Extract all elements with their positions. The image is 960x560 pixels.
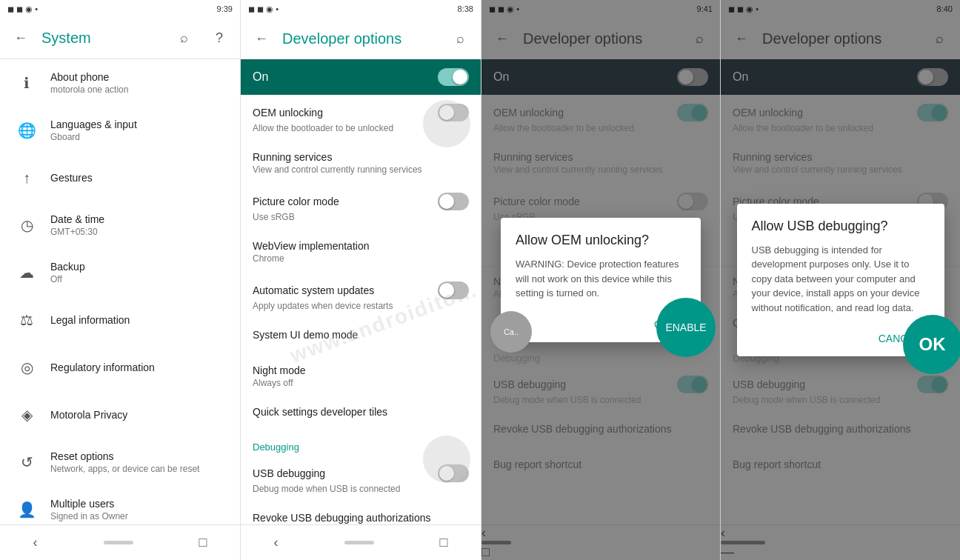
toolbar-1: ← System ⌕ ?	[0, 18, 240, 59]
on-label-2: On	[253, 70, 438, 84]
on-toggle-2[interactable]	[438, 68, 469, 86]
home-indicator-2[interactable]	[344, 541, 374, 544]
page-title-2: Developer options	[282, 30, 439, 47]
languages-icon: 🌐	[12, 116, 41, 145]
status-bar-1: ◼ ◼ ◉ • 9:39	[0, 0, 240, 18]
nav-bar-1: ‹ □	[0, 524, 240, 560]
usb-toggle-2[interactable]	[438, 464, 469, 482]
status-icons-2: ◼ ◼ ◉ •	[248, 4, 279, 14]
menu-item-legal[interactable]: ⚖ Legal information	[0, 296, 240, 344]
back-button-1[interactable]: ←	[6, 24, 36, 53]
languages-label: Languages & input	[50, 119, 137, 130]
toolbar-2: ← Developer options ⌕	[241, 18, 481, 59]
datetime-label: Date & time	[50, 213, 104, 225]
reset-sublabel: Network, apps, or device can be reset	[50, 464, 199, 474]
oem-dialog-body: WARNING: Device protection features will…	[516, 257, 686, 301]
dev-usb-debug[interactable]: USB debugging Debug mode when USB is con…	[241, 456, 481, 503]
panel-oem-dialog: ◼ ◼ ◉ • 9:41 ← Developer options ⌕ On OE…	[481, 0, 721, 560]
menu-item-languages[interactable]: 🌐 Languages & input Gboard	[0, 107, 240, 154]
dev-revoke-usb[interactable]: Revoke USB debugging authorizations	[241, 503, 481, 524]
nav-bar-2: ‹ □	[241, 524, 481, 560]
menu-item-reset[interactable]: ↺ Reset options Network, apps, or device…	[0, 439, 240, 486]
gestures-icon: ↑	[12, 163, 41, 193]
menu-item-backup[interactable]: ☁ Backup Off	[0, 249, 240, 296]
usb-dialog: Allow USB debugging? USB debugging is in…	[737, 204, 944, 357]
about-label: About phone	[50, 71, 128, 83]
privacy-label: Motorola Privacy	[50, 409, 127, 421]
usb-ok-button[interactable]: OK	[903, 315, 961, 374]
regulatory-icon: ◎	[12, 353, 41, 382]
legal-label: Legal information	[50, 314, 130, 326]
oem-dialog-overlay: Allow OEM unlocking? WARNING: Device pro…	[481, 0, 720, 560]
usb-dialog-overlay: Allow USB debugging? USB debugging is in…	[721, 0, 960, 560]
dev-picture-color[interactable]: Picture color mode Use sRGB	[241, 184, 481, 231]
panel-usb-dialog: ◼ ◼ ◉ • 8:40 ← Developer options ⌕ On OE…	[721, 0, 960, 560]
debugging-header-2: Debugging	[241, 433, 481, 456]
status-icons-1: ◼ ◼ ◉ •	[7, 4, 38, 14]
legal-icon: ⚖	[12, 305, 41, 335]
menu-item-about[interactable]: ℹ About phone motorola one action	[0, 59, 240, 107]
dev-webview[interactable]: WebView implementation Chrome	[241, 231, 481, 273]
backup-sublabel: Off	[50, 274, 85, 284]
usb-dialog-title: Allow USB debugging?	[752, 219, 930, 234]
back-nav-2[interactable]: ‹	[274, 535, 279, 550]
dev-running-services[interactable]: Running services View and control curren…	[241, 142, 481, 184]
users-label: Multiple users	[50, 498, 128, 510]
oem-enable-button[interactable]: Enable	[656, 298, 716, 357]
oem-dialog-title: Allow OEM unlocking?	[516, 233, 686, 248]
backup-label: Backup	[50, 261, 85, 273]
reset-icon: ↺	[12, 447, 41, 477]
menu-item-users[interactable]: 👤 Multiple users Signed in as Owner	[0, 486, 240, 524]
dev-auto-updates[interactable]: Automatic system updates Apply updates w…	[241, 273, 481, 320]
about-icon: ℹ	[12, 68, 41, 98]
menu-item-datetime[interactable]: ◷ Date & time GMT+05:30	[0, 201, 240, 249]
page-title-1: System	[41, 30, 163, 47]
oem-dialog: Allow OEM unlocking? WARNING: Device pro…	[501, 218, 701, 342]
datetime-sublabel: GMT+05:30	[50, 227, 104, 237]
datetime-icon: ◷	[12, 210, 41, 240]
menu-item-gestures[interactable]: ↑ Gestures	[0, 154, 240, 201]
regulatory-label: Regulatory information	[50, 361, 155, 373]
usb-dialog-body: USB debugging is intended for developmen…	[752, 243, 930, 316]
about-sublabel: motorola one action	[50, 84, 128, 95]
gestures-label: Gestures	[50, 172, 93, 184]
dev-oem-unlocking[interactable]: OEM unlocking Allow the bootloader to be…	[241, 95, 481, 142]
status-time-2: 8:38	[458, 4, 473, 13]
status-time-1: 9:39	[217, 4, 233, 13]
dev-night-mode[interactable]: Night mode Always off	[241, 356, 481, 397]
dev-qs-tiles[interactable]: Quick settings developer tiles	[241, 397, 481, 433]
dev-ui-demo[interactable]: System UI demo mode	[241, 320, 481, 356]
users-icon: 👤	[12, 495, 41, 524]
panel-system: ◼ ◼ ◉ • 9:39 ← System ⌕ ? ℹ About phone …	[0, 0, 241, 560]
privacy-icon: ◈	[12, 400, 41, 430]
status-bar-2: ◼ ◼ ◉ • 8:38	[241, 0, 481, 18]
backup-icon: ☁	[12, 258, 41, 287]
users-sublabel: Signed in as Owner	[50, 511, 128, 521]
languages-sublabel: Gboard	[50, 132, 137, 142]
search-icon-1[interactable]: ⌕	[169, 24, 199, 53]
help-icon-1[interactable]: ?	[204, 24, 234, 53]
back-nav-1[interactable]: ‹	[33, 535, 38, 550]
reset-label: Reset options	[50, 450, 199, 462]
dev-options-list-2: OEM unlocking Allow the bootloader to be…	[241, 95, 481, 524]
home-indicator-1[interactable]	[104, 541, 133, 544]
back-button-2[interactable]: ←	[247, 24, 276, 53]
oem-toggle-2[interactable]	[438, 104, 469, 121]
oem-cancel-circle[interactable]: Ca..	[490, 311, 532, 353]
color-toggle-2[interactable]	[438, 193, 469, 210]
menu-item-regulatory[interactable]: ◎ Regulatory information	[0, 344, 240, 391]
recents-nav-1[interactable]: □	[199, 535, 207, 550]
auto-update-toggle-2[interactable]	[438, 281, 469, 299]
panel-developer: ◼ ◼ ◉ • 8:38 ← Developer options ⌕ On OE…	[241, 0, 481, 560]
recents-nav-2[interactable]: □	[440, 535, 448, 550]
menu-item-privacy[interactable]: ◈ Motorola Privacy	[0, 391, 240, 439]
search-icon-2[interactable]: ⌕	[445, 24, 475, 53]
system-menu-list: ℹ About phone motorola one action 🌐 Lang…	[0, 59, 240, 524]
on-row-2: On	[241, 59, 481, 95]
